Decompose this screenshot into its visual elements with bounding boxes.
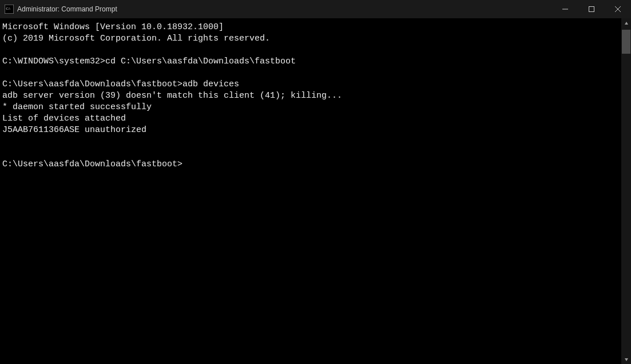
scrollbar[interactable] — [621, 18, 631, 364]
svg-marker-7 — [625, 22, 628, 25]
titlebar[interactable]: C:\ Administrator: Command Prompt — [0, 0, 631, 18]
window-controls — [552, 0, 631, 18]
cmd-icon: C:\ — [5, 5, 14, 14]
scroll-down-icon[interactable] — [621, 354, 631, 364]
minimize-button[interactable] — [552, 0, 578, 18]
svg-marker-8 — [625, 358, 628, 361]
svg-text:C:\: C:\ — [6, 7, 11, 10]
terminal-area[interactable]: Microsoft Windows [Version 10.0.18932.10… — [0, 18, 631, 364]
scroll-thumb[interactable] — [622, 30, 630, 54]
scroll-up-icon[interactable] — [621, 18, 631, 28]
terminal-output: Microsoft Windows [Version 10.0.18932.10… — [0, 18, 631, 170]
svg-rect-4 — [589, 7, 594, 12]
close-button[interactable] — [605, 0, 631, 18]
window-title: Administrator: Command Prompt — [17, 5, 552, 13]
maximize-button[interactable] — [578, 0, 605, 18]
